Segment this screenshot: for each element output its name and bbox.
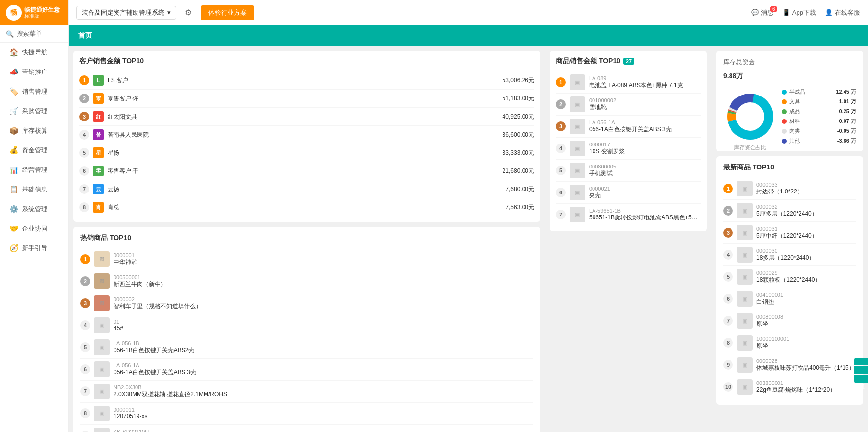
right-panel: 库存总资金 9.88万 xyxy=(711,46,868,432)
product-code: 0000030 xyxy=(756,248,856,254)
avatar: 红 xyxy=(93,111,104,122)
chevron-down-icon: ▾ xyxy=(167,9,171,16)
sidebar-item-basics[interactable]: 📋 基础信息 xyxy=(0,180,68,199)
experience-button[interactable]: 体验行业方案 xyxy=(201,5,254,20)
content: 首页 客户销售金额 TOP10 1 L LS 客户 53,006.26元 2 零… xyxy=(69,25,868,432)
sidebar-item-finance[interactable]: 💰 资金管理 xyxy=(0,141,68,160)
main-area: 装备及固定资产辅助管理系统 ▾ ⚙ 体验行业方案 💬 消息 6 📱 App下载 … xyxy=(69,0,868,432)
product-thumbnail: ▣ xyxy=(570,119,585,134)
product-code: KK-SD22110H xyxy=(114,429,533,432)
app-download-button[interactable]: 📱 App下载 xyxy=(782,8,816,17)
marketing-icon: 📣 xyxy=(9,68,18,76)
no-image-icon: ▣ xyxy=(99,344,104,351)
avatar: 星 xyxy=(93,147,104,158)
list-item: 6 ▣ 0000021 夹壳 xyxy=(556,182,701,204)
rank-number: 8 xyxy=(723,338,733,348)
topbar: 装备及固定资产辅助管理系统 ▾ ⚙ 体验行业方案 💬 消息 6 📱 App下载 … xyxy=(69,0,868,25)
list-item: 10 ▣ 003800001 22g鱼豆腐·烧烤味（1*12*20） xyxy=(723,376,856,398)
product-info: 0000021 夹壳 xyxy=(589,186,701,200)
product-sale-title-text: 商品销售金额 TOP10 xyxy=(556,57,620,66)
product-thumbnail: 图 xyxy=(94,251,110,267)
legend-label: 肉类 xyxy=(789,127,835,135)
product-thumbnail: ▣ xyxy=(570,74,585,90)
donut-label: 库存资金占比 xyxy=(734,144,766,151)
sidebar-item-operations[interactable]: 📊 经营管理 xyxy=(0,160,68,180)
sidebar-item-label: 销售管理 xyxy=(22,87,47,96)
product-code: 001000002 xyxy=(589,97,701,103)
list-item: 7 ▣ 000800008 原坐 xyxy=(723,310,856,332)
online-service-button[interactable]: 👤 在线客服 xyxy=(825,8,860,17)
product-info: 0000029 18颗粒板（1220*2440） xyxy=(756,270,856,284)
product-info: LA-056-1A 056-1A白色按键开关盖ABS 3壳 xyxy=(114,362,533,377)
product-thumbnail: ▣ xyxy=(737,225,753,240)
float-service-button[interactable]: 服务社区 xyxy=(854,366,868,374)
sidebar-item-guide[interactable]: 🧭 新手引导 xyxy=(0,239,68,258)
app-edition: 标准版 xyxy=(24,13,60,19)
breadcrumb-bar: 首页 xyxy=(69,25,868,46)
sidebar-item-marketing[interactable]: 📣 营销推广 xyxy=(0,62,68,82)
product-code: 003800001 xyxy=(756,380,856,386)
product-name: 手机测试 xyxy=(589,169,701,178)
message-button[interactable]: 💬 消息 6 xyxy=(751,8,774,17)
float-service-button[interactable]: 直播 xyxy=(854,375,868,383)
sidebar-item-inventory[interactable]: 📦 库存核算 xyxy=(0,121,68,141)
legend-item: 肉类 -0.05 万 xyxy=(782,127,856,135)
sidebar-item-coop[interactable]: 🤝 企业协同 xyxy=(0,219,68,239)
product-code: LA-056-1A xyxy=(114,362,533,368)
product-sale-badge: 27 xyxy=(623,58,634,65)
svg-point-6 xyxy=(736,103,764,130)
product-info: LA-089 电池盖 LA-089 ABS本色+黑种 7.1克 xyxy=(589,75,701,90)
customer-name: 零售客户·于 xyxy=(108,167,499,175)
inventory-unit: 万 xyxy=(736,72,743,80)
left-panel: 客户销售金额 TOP10 1 L LS 客户 53,006.26元 2 零 零售… xyxy=(69,46,545,432)
finance-icon: 💰 xyxy=(9,146,18,155)
customer-ranking-card: 客户销售金额 TOP10 1 L LS 客户 53,006.26元 2 零 零售… xyxy=(73,51,540,222)
product-info: 0000033 封边带（1.0*22） xyxy=(756,182,856,196)
product-name: 056-1A白色按键开关盖ABS 3壳 xyxy=(114,368,533,377)
product-info: 000800008 原坐 xyxy=(756,314,856,328)
sidebar-item-system[interactable]: ⚙️ 系统管理 xyxy=(0,199,68,219)
customer-name: 红太阳文具 xyxy=(108,113,499,121)
legend-label: 其他 xyxy=(789,137,835,144)
sidebar-nav: 🏠 快捷导航 📣 营销推广 🏷️ 销售管理 🛒 采购管理 📦 库存核算 💰 资金… xyxy=(0,43,68,258)
product-thumbnail: ▣ xyxy=(94,361,110,377)
float-customer-service: 客服热线服务社区直播 xyxy=(854,358,868,383)
list-item: 4 ▣ 0000030 18多层（1220*2440） xyxy=(723,244,856,266)
product-code: LA-089 xyxy=(589,75,701,81)
customer-rank-list: 1 L LS 客户 53,006.26元 2 零 零售客户·许 51,183.0… xyxy=(79,72,534,216)
no-image-icon: ▣ xyxy=(742,274,747,280)
sidebar-item-sales[interactable]: 🏷️ 销售管理 xyxy=(0,82,68,101)
no-image-icon: ▣ xyxy=(742,186,747,192)
list-item: 9 ▣ 0000028 体城嘉核味苏打饮品400毫升（1*15） xyxy=(723,354,856,376)
table-row: 1 L LS 客户 53,006.26元 xyxy=(79,72,534,90)
rank-number: 3 xyxy=(79,112,89,121)
product-code: 0000031 xyxy=(756,226,856,232)
no-image-icon: ▣ xyxy=(742,296,747,302)
sidebar-item-purchase[interactable]: 🛒 采购管理 xyxy=(0,101,68,121)
message-icon: 💬 xyxy=(751,9,759,16)
rank-number: 5 xyxy=(80,342,90,352)
hot-products-card: 热销商品 TOP10 1 图 0000001 中华神雕 2 图 00050000… xyxy=(73,227,540,432)
product-info: LA-056-1B 056-1B白色按键开关壳ABS2壳 xyxy=(114,340,533,355)
customer-value: 33,333.00元 xyxy=(503,149,534,157)
settings-button[interactable]: ⚙ xyxy=(181,5,196,20)
rank-number: 1 xyxy=(723,184,733,193)
product-info: 0000031 5厘中纤（1220*2440） xyxy=(756,226,856,240)
customer-name: 星扬 xyxy=(108,149,499,157)
table-row: 6 零 零售客户·于 21,680.00元 xyxy=(79,162,534,180)
no-image-icon: ▣ xyxy=(575,79,580,86)
search-menu[interactable]: 🔍 搜索菜单 xyxy=(0,25,68,43)
product-info: 0000001 中华神雕 xyxy=(114,252,533,266)
donut-chart: 库存资金占比 xyxy=(723,90,777,144)
rank-number: 2 xyxy=(556,99,566,109)
product-info: 0000032 5厘多层（1220*2440） xyxy=(756,204,856,218)
float-service-button[interactable]: 客服热线 xyxy=(854,358,868,365)
breadcrumb: 首页 xyxy=(78,31,92,40)
hot-products-title-text: 热销商品 TOP10 xyxy=(80,234,131,242)
system-selector[interactable]: 装备及固定资产辅助管理系统 ▾ xyxy=(76,6,176,20)
list-item: 3 ▣ 0000031 5厘中纤（1220*2440） xyxy=(723,222,856,244)
no-image-icon: ▣ xyxy=(575,168,580,174)
legend-color-dot xyxy=(782,119,787,124)
sidebar-item-quick-nav[interactable]: 🏠 快捷导航 xyxy=(0,43,68,62)
no-image-icon: ▣ xyxy=(99,388,104,395)
